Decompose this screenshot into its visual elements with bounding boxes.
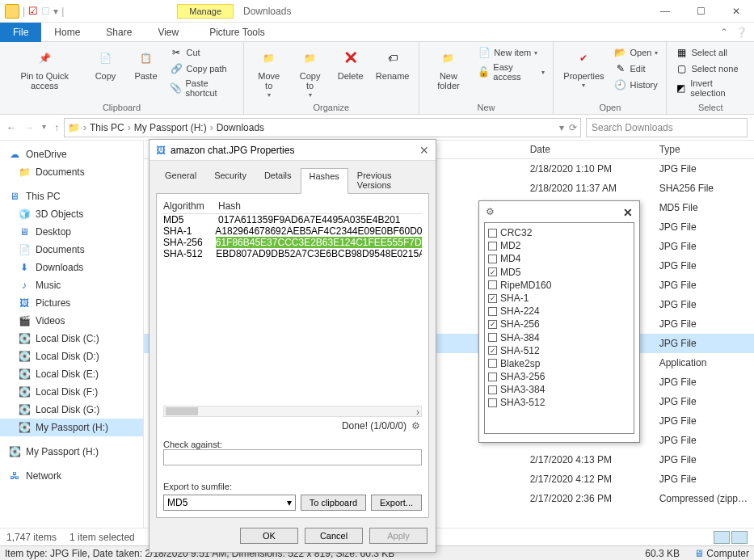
sidebar-item-local-disk-c[interactable]: 💽Local Disk (C:) <box>0 330 143 347</box>
tab-picture-tools[interactable]: Picture Tools <box>196 24 277 40</box>
sidebar-item-onedrive[interactable]: ☁OneDrive <box>0 145 143 163</box>
copy-button[interactable]: 📄 Copy <box>87 45 123 82</box>
algorithm-checkbox[interactable]: SHA3-256 <box>488 370 630 383</box>
rename-button[interactable]: 🏷Rename <box>373 45 412 82</box>
chevron-right-icon[interactable]: › <box>210 122 213 133</box>
algorithm-checkbox[interactable]: SHA3-512 <box>488 396 630 409</box>
close-button[interactable]: ✕ <box>718 0 754 23</box>
column-header-date[interactable]: Date <box>524 141 653 158</box>
tab-previous-versions[interactable]: Previous Versions <box>348 167 429 193</box>
apply-button[interactable]: Apply <box>369 528 428 544</box>
algorithm-checkbox[interactable]: SHA-384 <box>488 331 630 344</box>
popup-close-icon[interactable]: ✕ <box>623 206 633 219</box>
sidebar-item-pictures[interactable]: 🖼Pictures <box>0 294 143 312</box>
algorithm-checkbox[interactable]: ✓SHA-1 <box>488 292 630 305</box>
easy-access-button[interactable]: 🔓Easy access ▾ <box>476 61 546 82</box>
tab-security[interactable]: Security <box>205 167 255 193</box>
dialog-title-bar[interactable]: 🖼 amazon chat.JPG Properties ✕ <box>150 140 436 161</box>
sidebar-item-music[interactable]: ♪Music <box>0 276 143 294</box>
sidebar-item-my-passport-1[interactable]: 💽My Passport (H:) <box>0 419 143 436</box>
back-button[interactable]: ← <box>6 122 16 133</box>
view-details-icon[interactable] <box>714 531 730 544</box>
sidebar-item-documents[interactable]: 📁Documents <box>0 163 143 181</box>
address-dropdown-icon[interactable]: ▾ <box>559 122 564 133</box>
up-button[interactable]: ↑ <box>54 122 59 133</box>
tab-home[interactable]: Home <box>41 24 93 40</box>
copy-path-button[interactable]: 🔗Copy path <box>168 61 236 76</box>
sidebar-item-videos[interactable]: 🎬Videos <box>0 312 143 330</box>
cancel-button[interactable]: Cancel <box>305 528 363 544</box>
search-input[interactable]: Search Downloads <box>586 118 748 137</box>
hash-row[interactable]: SHA-25661F86B45E37CCC3E2B63E124C1FEE555F… <box>163 237 422 248</box>
tab-hashes[interactable]: Hashes <box>301 168 348 194</box>
pin-to-quick-access-button[interactable]: 📌 Pin to Quick access <box>6 45 82 92</box>
tab-file[interactable]: File <box>0 23 41 42</box>
tab-details[interactable]: Details <box>255 167 301 193</box>
gear-icon[interactable]: ⚙ <box>486 206 495 219</box>
breadcrumb-this-pc[interactable]: This PC <box>90 122 124 133</box>
minimize-button[interactable]: — <box>647 0 683 23</box>
header-hash[interactable]: Hash <box>218 200 241 212</box>
sidebar-item-downloads[interactable]: ⬇Downloads <box>0 259 143 276</box>
algorithm-checkbox[interactable]: SHA-224 <box>488 305 630 318</box>
invert-selection-button[interactable]: ◩Invert selection <box>673 78 748 99</box>
algorithm-checkbox[interactable]: RipeMD160 <box>488 279 630 292</box>
tab-share[interactable]: Share <box>93 24 145 40</box>
sidebar-item-documents2[interactable]: 📄Documents <box>0 241 143 259</box>
scrollbar-thumb[interactable] <box>166 407 198 415</box>
address-bar[interactable]: 📁 › This PC › My Passport (H:) › Downloa… <box>64 118 581 137</box>
paste-shortcut-button[interactable]: 📎Paste shortcut <box>168 78 236 99</box>
chevron-right-icon[interactable]: › <box>83 122 86 133</box>
sidebar-item-local-disk-g[interactable]: 💽Local Disk (G:) <box>0 401 143 419</box>
properties-button[interactable]: ✔Properties▾ <box>560 45 607 91</box>
new-folder-button[interactable]: 📁New folder <box>426 45 472 92</box>
collapse-ribbon-icon[interactable]: ⌃ <box>720 27 728 38</box>
sidebar-item-network[interactable]: 🖧Network <box>0 467 143 485</box>
algorithm-checkbox[interactable]: MD2 <box>488 239 630 252</box>
open-button[interactable]: 📂Open ▾ <box>613 45 660 60</box>
scroll-right-icon[interactable]: › <box>416 406 419 418</box>
algorithm-checkbox[interactable]: ✓MD5 <box>488 266 630 279</box>
copy-to-button[interactable]: 📁Copy to▾ <box>292 45 327 101</box>
cut-button[interactable]: ✂Cut <box>168 45 236 60</box>
sidebar-item-local-disk-e[interactable]: 💽Local Disk (E:) <box>0 365 143 383</box>
select-all-button[interactable]: ▦Select all <box>673 45 748 60</box>
sidebar-item-3d-objects[interactable]: 🧊3D Objects <box>0 205 143 223</box>
hash-row[interactable]: SHA-1A182964678692AEB5AF4C2344E09E0BF60D… <box>163 225 422 237</box>
algorithm-checkbox[interactable]: Blake2sp <box>488 357 630 370</box>
breadcrumb-drive[interactable]: My Passport (H:) <box>134 122 207 133</box>
chevron-right-icon[interactable]: › <box>128 122 131 133</box>
view-large-icon[interactable] <box>731 531 748 544</box>
check-against-input[interactable] <box>163 449 422 465</box>
help-icon[interactable]: ❔ <box>735 27 748 38</box>
delete-button[interactable]: ✕Delete <box>333 45 369 82</box>
algorithm-checkbox[interactable]: MD4 <box>488 252 630 265</box>
sidebar-item-this-pc[interactable]: 🖥This PC <box>0 187 143 205</box>
edit-button[interactable]: ✎Edit <box>613 61 660 76</box>
header-algorithm[interactable]: Algorithm <box>163 200 218 212</box>
ok-button[interactable]: OK <box>240 528 298 544</box>
contextual-tab-manage[interactable]: Manage <box>177 4 234 19</box>
column-header-type[interactable]: Type <box>653 141 754 158</box>
hash-row[interactable]: SHA-512EBD807AD9DB52A7C3E6BCB98D9548E021… <box>163 248 422 259</box>
paste-button[interactable]: 📋 Paste <box>128 45 163 82</box>
sidebar-item-local-disk-d[interactable]: 💽Local Disk (D:) <box>0 347 143 365</box>
refresh-icon[interactable]: ⟳ <box>569 122 577 133</box>
horizontal-scrollbar[interactable]: › <box>163 406 422 417</box>
to-clipboard-button[interactable]: To clipboard <box>301 495 366 511</box>
tab-general[interactable]: General <box>156 167 205 193</box>
qat-dropdown-icon[interactable]: ▾ <box>53 6 58 17</box>
export-button[interactable]: Export... <box>371 495 422 511</box>
forward-button[interactable]: → <box>24 122 34 133</box>
hash-row[interactable]: MD5017A611359F9AD6A7E4495A035E4B201 <box>163 214 422 225</box>
new-item-button[interactable]: 📄New item ▾ <box>476 45 546 60</box>
select-none-button[interactable]: ▢Select none <box>673 61 748 76</box>
algorithm-checkbox[interactable]: SHA3-384 <box>488 383 630 396</box>
algorithm-checkbox[interactable]: ✓SHA-512 <box>488 344 630 357</box>
history-button[interactable]: 🕘History <box>613 78 660 92</box>
algorithm-checkbox[interactable]: ✓SHA-256 <box>488 318 630 331</box>
sidebar-item-my-passport-2[interactable]: 💽My Passport (H:) <box>0 443 143 461</box>
qat-check-icon[interactable]: ☑ <box>28 5 38 17</box>
dialog-close-icon[interactable]: ✕ <box>419 144 429 157</box>
tab-view[interactable]: View <box>145 24 192 40</box>
